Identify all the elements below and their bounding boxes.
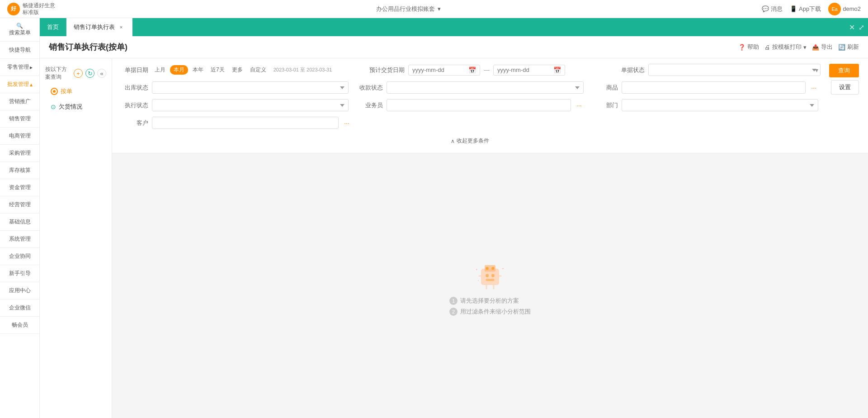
collapse-panel-button[interactable]: « (97, 69, 106, 78)
svg-point-3 (491, 267, 494, 270)
date-tab-more[interactable]: 更多 (229, 65, 245, 75)
close-window-button[interactable]: ✕ (849, 23, 855, 32)
goods-ellipsis[interactable]: ··· (809, 84, 818, 91)
customer-input[interactable] (152, 117, 339, 129)
delivery-select[interactable] (152, 81, 349, 94)
dept-select[interactable] (622, 99, 818, 111)
sidebar-item-sales[interactable]: 销售管理 (0, 110, 39, 128)
status-select[interactable] (648, 64, 821, 76)
top-bar-left: 好 畅捷通好生意 标准版 (7, 2, 55, 15)
sidebar-item-search[interactable]: 🔍 搜索菜单 (0, 18, 39, 42)
svg-rect-5 (491, 274, 494, 277)
sidebar-item-member[interactable]: 畅会员 (0, 317, 39, 334)
sidebar-item-wechat[interactable]: 企业微信 (0, 299, 39, 317)
sidebar-item-inventory[interactable]: 库存核算 (0, 162, 39, 179)
filter-row-4: 客户 ··· (121, 117, 818, 129)
setting-button[interactable]: 设置 (831, 80, 859, 95)
sidebar-item-wholesale[interactable]: 批发管理 ▴ (0, 76, 39, 93)
exec-select[interactable] (152, 99, 349, 111)
tab-home[interactable]: 首页 (40, 18, 66, 36)
expected-date-label: 预计交货日期 (369, 66, 405, 74)
expected-date-from[interactable] (412, 66, 467, 73)
sidebar-item-purchase[interactable]: 采购管理 (0, 145, 39, 162)
search-icon: 🔍 (16, 23, 23, 29)
empty-tip-1: 1 请先选择要分析的方案 (449, 297, 531, 305)
salesman-input[interactable] (387, 99, 571, 111)
sidebar-item-basic-info[interactable]: 基础信息 (0, 214, 39, 231)
page-header: 销售订单执行表(按单) ❓ 帮助 🖨 按模板打印 ▾ 📤 导出 (40, 36, 868, 58)
expected-date-to-wrap: 📅 (493, 65, 565, 76)
industry-selector[interactable]: 办公用品行业模拟账套 ▾ (55, 5, 762, 13)
payment-filter-item: 收款状态 (356, 81, 583, 94)
sidebar-item-operations[interactable]: 经营管理 (0, 196, 39, 214)
sidebar-item-retail[interactable]: 零售管理 ▸ (0, 59, 39, 76)
maximize-button[interactable]: ⤢ (859, 23, 864, 32)
download-icon: 📱 (790, 5, 797, 12)
filter-area: 单据日期 上月 本月 本年 近7天 更多 (112, 58, 868, 153)
collapse-button[interactable]: ∧ 收起更多条件 (121, 134, 818, 147)
empty-state: ✦ ✦ ✦ 1 请先选择要分析的方案 2 (449, 256, 531, 316)
tab-close-button[interactable]: × (118, 24, 125, 31)
tab-sales-order[interactable]: 销售订单执行表 × (66, 18, 132, 36)
date-range-text: 2023-03-01 至 2023-03-31 (274, 66, 332, 73)
print-icon: 🖨 (764, 44, 770, 51)
page-title: 销售订单执行表(按单) (49, 42, 127, 58)
help-button[interactable]: ❓ 帮助 (738, 43, 759, 51)
expected-date-to[interactable] (497, 66, 552, 73)
tab-bar: 首页 销售订单执行表 × ✕ ⤢ (40, 18, 868, 36)
customer-ellipsis[interactable]: ··· (342, 119, 351, 127)
message-icon: 💬 (762, 5, 769, 12)
logo-text: 畅捷通好生意 标准版 (23, 2, 55, 15)
refresh-button[interactable]: 🔄 刷新 (838, 43, 859, 51)
date-tab-this-year[interactable]: 本年 (190, 65, 206, 75)
panel-actions: + ↻ « (74, 69, 106, 78)
export-button[interactable]: 📤 导出 (812, 43, 833, 51)
sidebar-item-system[interactable]: 系统管理 (0, 231, 39, 248)
plan-icon (51, 88, 58, 95)
app-download-button[interactable]: 📱 App下载 (790, 5, 821, 13)
date-tab-last-month[interactable]: 上月 (152, 65, 168, 75)
sidebar-item-app-center[interactable]: 应用中心 (0, 282, 39, 299)
date-tab-this-month[interactable]: 本月 (170, 65, 188, 75)
status-filter-item: 单据状态 ▾ (618, 64, 818, 76)
avatar: Ea (828, 3, 841, 15)
payment-label: 收款状态 (356, 84, 383, 92)
exec-filter-item: 执行状态 (121, 99, 349, 111)
dept-label: 部门 (591, 101, 618, 109)
date-dash: — (484, 66, 490, 73)
message-button[interactable]: 💬 消息 (762, 5, 783, 13)
payment-select[interactable] (387, 81, 583, 94)
date-filter: 上月 本月 本年 近7天 更多 自定义 2023-03-01 至 20 (152, 65, 362, 75)
sidebar-item-quick-nav[interactable]: 快捷导航 (0, 42, 39, 59)
tip-num-1: 1 (449, 297, 458, 305)
query-button[interactable]: 查询 (829, 64, 859, 77)
sidebar-item-enterprise[interactable]: 企业协同 (0, 248, 39, 265)
sidebar-item-ecommerce[interactable]: 电商管理 (0, 128, 39, 145)
export-icon: 📤 (812, 44, 819, 51)
goods-input[interactable] (622, 81, 806, 94)
sidebar-item-finance[interactable]: 资金管理 (0, 179, 39, 196)
salesman-filter-item: 业务员 ··· (356, 99, 583, 111)
tip-num-2: 2 (449, 308, 458, 316)
content-area: 销售订单执行表(按单) ❓ 帮助 🖨 按模板打印 ▾ 📤 导出 (40, 36, 868, 418)
date-tab-custom[interactable]: 自定义 (247, 65, 269, 75)
salesman-ellipsis[interactable]: ··· (575, 102, 584, 109)
panel-item-backorder[interactable]: ⊙ 欠货情况 (40, 99, 112, 114)
sub-plan-icon: ⊙ (51, 103, 56, 110)
panel-item-by-order[interactable]: 按单 (40, 84, 112, 99)
date-tab-7days[interactable]: 近7天 (208, 65, 227, 75)
user-menu[interactable]: Ea demo2 (828, 3, 861, 15)
print-button[interactable]: 🖨 按模板打印 ▾ (764, 43, 807, 51)
empty-tip-2: 2 用过滤条件来缩小分析范围 (449, 308, 531, 316)
chevron-up-icon: ▴ (30, 81, 33, 88)
tab-actions: ✕ ⤢ (849, 23, 868, 32)
expected-date-item: 预计交货日期 📅 — 📅 (369, 65, 610, 76)
date-filter-item: 单据日期 上月 本月 本年 近7天 更多 (121, 65, 362, 75)
refresh-plan-button[interactable]: ↻ (85, 69, 94, 78)
sidebar-item-marketing[interactable]: 营销推广 (0, 93, 39, 110)
chevron-up-icon: ∧ (451, 138, 455, 144)
logo-area: 好 畅捷通好生意 标准版 (7, 2, 55, 15)
left-panel: 按以下方案查询 + ↻ « 按单 ⊙ (40, 58, 112, 418)
sidebar-item-tutorial[interactable]: 新手引导 (0, 265, 39, 282)
add-plan-button[interactable]: + (74, 69, 83, 78)
